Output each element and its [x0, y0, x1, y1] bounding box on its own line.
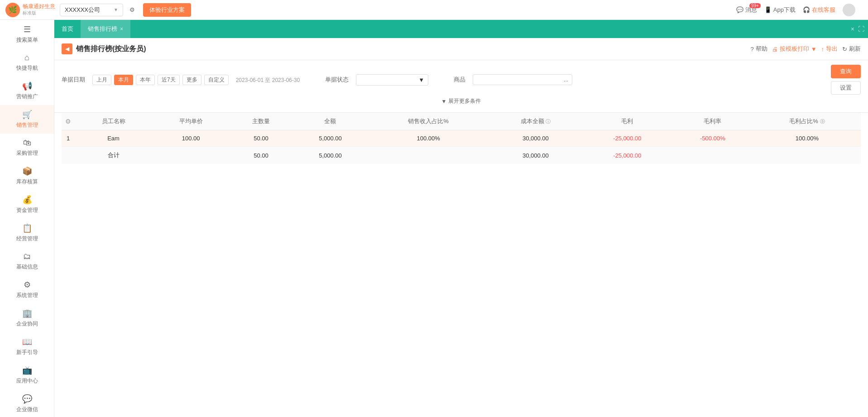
goods-filter-label: 商品 [454, 76, 465, 84]
sidebar-label-operation: 经营管理 [16, 235, 38, 243]
help-button[interactable]: ? 帮助 [750, 45, 767, 53]
help-label: 帮助 [756, 45, 767, 53]
tab-sales-ranking-label: 销售排行榜 [88, 25, 117, 33]
logo-icon: 🌿 [5, 3, 20, 17]
cost-info-icon[interactable]: ⓘ [546, 119, 551, 124]
message-icon: 💬 [736, 6, 743, 13]
col-gross: 毛利 [583, 113, 672, 130]
sidebar-item-quick-nav[interactable]: ⌂ 快捷导航 [0, 48, 54, 77]
sidebar-item-app-center[interactable]: 📺 应用中心 [0, 361, 54, 389]
message-badge: 99+ [749, 3, 761, 8]
table-row: 1 Eam 100.00 50.00 5,000.00 100.00% 30,0… [62, 130, 861, 147]
sidebar-label-finance: 资金管理 [16, 206, 38, 214]
sidebar-item-purchase[interactable]: 🛍 采购管理 [0, 134, 54, 162]
sidebar-label-guide: 新手引导 [16, 349, 38, 356]
tab-maximize-icon[interactable]: ⛶ [858, 25, 864, 33]
sidebar-label-search-order: 搜索菜单 [16, 36, 38, 44]
content-area: 首页 销售排行榜 × × ⛶ ◀ 销售排行榜(按业务员) [54, 20, 868, 417]
sidebar-label-basic-info: 基础信息 [16, 263, 38, 271]
template-print-button[interactable]: 🖨 按模板打印 ▼ [772, 45, 817, 53]
refresh-label: 刷新 [849, 45, 861, 53]
sidebar-item-enterprise[interactable]: 🏢 企业协同 [0, 304, 54, 332]
date-range-text: 2023-06-01 至 2023-06-30 [236, 77, 300, 84]
inventory-icon: 📦 [22, 166, 32, 176]
goods-more-icon[interactable]: ... [564, 77, 568, 83]
tab-right-actions: × ⛶ [851, 25, 868, 33]
date-filter-label: 单据日期 [62, 76, 85, 84]
sidebar-label-purchase: 采购管理 [16, 149, 38, 157]
refresh-button[interactable]: ↻ 刷新 [842, 45, 861, 53]
export-button[interactable]: ↑ 导出 [821, 45, 838, 53]
table-col-settings-icon[interactable]: ⚙ [65, 118, 71, 125]
table-wrapper: ⚙ 员工名称 平均单价 主数量 全额 销售收入占比% 成本全额 ⓘ [54, 113, 868, 164]
marketing-icon: 📢 [22, 81, 32, 91]
online-service-button[interactable]: 🎧 在线客服 [803, 6, 835, 14]
sidebar-item-finance[interactable]: 💰 资金管理 [0, 190, 54, 219]
logo-sub: 标准版 [23, 10, 55, 16]
sidebar-item-basic-info[interactable]: 🗂 基础信息 [0, 247, 54, 275]
cell-amount: 5,000.00 [293, 130, 369, 147]
print-chevron-icon: ▼ [811, 46, 817, 53]
filter-row-1: 单据日期 上月 本月 本年 近7天 更多 自定义 2023-06-01 至 20… [62, 65, 861, 95]
this-year-button[interactable]: 本年 [136, 75, 155, 85]
app-download-button[interactable]: 📱 App下载 [764, 6, 796, 14]
gross-pct-info-icon[interactable]: ⓢ [820, 119, 825, 124]
query-button[interactable]: 查询 [831, 65, 861, 78]
col-avg-price: 平均单价 [152, 113, 230, 130]
expand-more-button[interactable]: ▼ 展开更多条件 [441, 97, 481, 105]
cell-name: Eam [75, 130, 152, 147]
company-settings-button[interactable]: ⚙ [126, 4, 139, 16]
sidebar-item-system[interactable]: ⚙ 系统管理 [0, 275, 54, 304]
trial-button[interactable]: 体验行业方案 [143, 3, 191, 17]
tab-sales-ranking[interactable]: 销售排行榜 × [81, 20, 130, 38]
date-filter-buttons: 上月 本月 本年 近7天 更多 自定义 [92, 75, 229, 85]
sales-icon: 🛒 [22, 110, 32, 120]
data-table: ⚙ 员工名称 平均单价 主数量 全额 销售收入占比% 成本全额 ⓘ [62, 113, 861, 164]
status-filter-select[interactable]: ▼ [356, 74, 428, 86]
tab-minimize-icon[interactable]: × [851, 25, 854, 33]
message-button[interactable]: 💬 消息 99+ [736, 6, 757, 14]
last-month-button[interactable]: 上月 [92, 75, 111, 85]
table-header-row: ⚙ 员工名称 平均单价 主数量 全额 销售收入占比% 成本全额 ⓘ [62, 113, 861, 130]
sidebar-item-wechat[interactable]: 💬 企业微信 [0, 389, 54, 417]
col-cost: 成本全额 ⓘ [489, 113, 583, 130]
tab-home[interactable]: 首页 [54, 20, 81, 38]
this-month-button[interactable]: 本月 [114, 75, 133, 85]
template-print-label: 按模板打印 [780, 45, 809, 53]
footer-label: 合计 [75, 147, 152, 164]
tab-close-icon[interactable]: × [120, 26, 123, 32]
enterprise-icon: 🏢 [22, 308, 32, 318]
avatar[interactable] [843, 4, 855, 16]
sidebar-label-quick-nav: 快捷导航 [16, 64, 38, 72]
sidebar-item-search-order[interactable]: ☰ 搜索菜单 [0, 20, 54, 48]
footer-avg-price [152, 147, 230, 164]
goods-filter-input[interactable]: ... [473, 74, 572, 85]
sidebar-item-marketing[interactable]: 📢 营销推广 [0, 77, 54, 105]
footer-sales-pct [368, 147, 489, 164]
last-7days-button[interactable]: 近7天 [158, 75, 180, 85]
col-main-qty: 主数量 [230, 113, 292, 130]
sidebar-label-system: 系统管理 [16, 292, 38, 299]
basic-info-icon: 🗂 [23, 252, 31, 261]
finance-icon: 💰 [22, 195, 32, 205]
back-button[interactable]: ◀ [62, 43, 72, 54]
guide-icon: 📖 [22, 337, 32, 347]
page-title: 销售排行榜(按业务员) [76, 44, 146, 54]
more-date-button[interactable]: 更多 [182, 75, 201, 85]
custom-date-button[interactable]: 自定义 [204, 75, 229, 85]
sidebar-item-operation[interactable]: 📋 经营管理 [0, 219, 54, 247]
date-range-display: 2023-06-01 至 2023-06-30 [236, 76, 300, 84]
cell-gross-rate: -500.00% [672, 130, 753, 147]
col-settings: ⚙ [62, 113, 75, 130]
sidebar-label-marketing: 营销推广 [16, 93, 38, 101]
settings-button[interactable]: 设置 [831, 81, 861, 95]
sidebar-item-inventory[interactable]: 📦 库存核算 [0, 162, 54, 190]
sidebar-item-guide[interactable]: 📖 新手引导 [0, 332, 54, 361]
sidebar-item-sales[interactable]: 🛒 销售管理 [0, 105, 54, 134]
company-selector[interactable]: XXXXXX公司 ▼ [60, 4, 123, 16]
cell-main-qty: 50.00 [230, 130, 292, 147]
sidebar-label-inventory: 库存核算 [16, 178, 38, 186]
print-icon: 🖨 [772, 46, 778, 53]
mobile-icon: 📱 [764, 6, 772, 13]
status-select-chevron-icon: ▼ [418, 77, 424, 83]
